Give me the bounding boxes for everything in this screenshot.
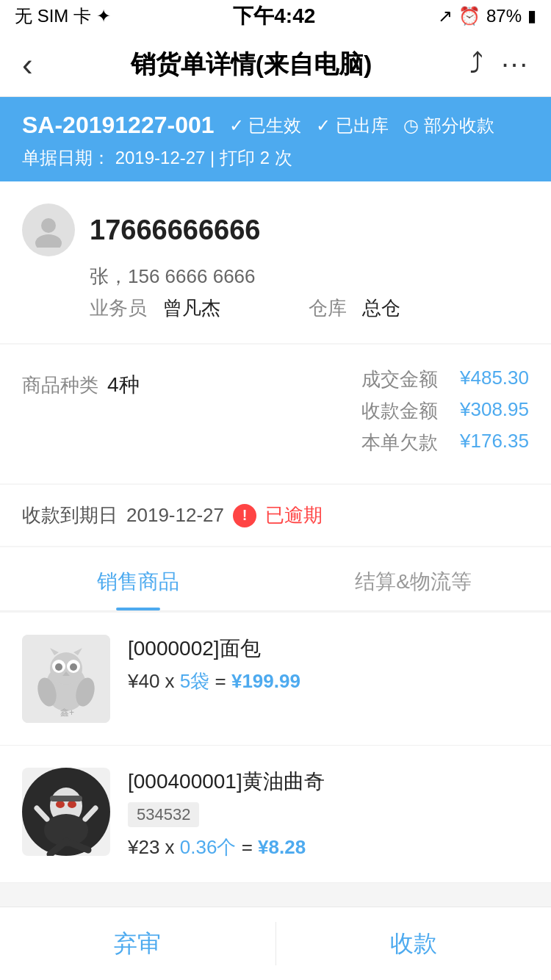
summary-left: 商品种类 4种 — [22, 367, 140, 399]
owed-label: 本单欠款 — [361, 430, 438, 455]
customer-name: 张，156 6666 6666 — [90, 264, 529, 289]
battery-label: 87% — [486, 6, 522, 26]
svg-text:鑫+: 鑫+ — [60, 707, 74, 718]
amount-value: ¥485.30 — [460, 367, 529, 392]
badge-shipped: ✓ 已出库 — [316, 114, 389, 137]
order-date: 2019-12-27 — [115, 148, 206, 167]
overdue-status: 已逾期 — [265, 502, 323, 528]
overdue-section: 收款到期日 2019-12-27 ! 已逾期 — [0, 485, 551, 546]
svg-point-8 — [70, 663, 77, 671]
received-value: ¥308.95 — [460, 398, 529, 424]
received-label: 收款金额 — [361, 398, 438, 424]
overdue-icon: ! — [233, 504, 256, 527]
owed-row: 本单欠款 ¥176.35 — [361, 430, 529, 455]
product-tag-2: 534532 — [128, 802, 199, 827]
product-list: 鑫+ [0000002]面包 ¥40 x 5袋 = ¥199.99 — [0, 613, 551, 883]
overdue-label: 收款到期日 — [22, 502, 118, 528]
svg-point-7 — [55, 663, 62, 671]
more-icon[interactable]: ··· — [501, 48, 529, 80]
product-thumbnail-1: 鑫+ — [22, 635, 110, 723]
received-row: 收款金额 ¥308.95 — [361, 398, 529, 424]
back-button[interactable]: ‹ — [22, 46, 33, 83]
summary-section: 商品种类 4种 成交金额 ¥485.30 收款金额 ¥308.95 本单欠款 ¥… — [0, 345, 551, 483]
bottom-bar: 弃审 收款 — [0, 907, 551, 980]
customer-phone: 17666666666 — [90, 215, 260, 246]
summary-right: 成交金额 ¥485.30 收款金额 ¥308.95 本单欠款 ¥176.35 — [361, 367, 529, 461]
total-2: ¥8.28 — [258, 836, 306, 858]
share-icon[interactable]: ⤴ — [469, 48, 483, 80]
total-1: ¥199.99 — [231, 670, 300, 692]
price-base-2: ¥23 x — [128, 836, 180, 858]
product-price-1: ¥40 x 5袋 = ¥199.99 — [128, 669, 529, 694]
svg-rect-19 — [50, 796, 82, 801]
status-left: 无 SIM 卡 ✦ — [15, 4, 111, 28]
owed-value: ¥176.35 — [460, 430, 529, 455]
kind-value: 4种 — [107, 371, 140, 399]
qty-2: 0.36个 — [180, 836, 237, 858]
badge-partial-payment: ◷ 部分收款 — [403, 114, 494, 137]
order-id: SA-20191227-001 — [22, 112, 215, 139]
amount-label: 成交金额 — [361, 367, 438, 392]
nav-icons: ⤴ ··· — [469, 48, 529, 80]
equals-2: = — [242, 836, 258, 858]
status-bar: 无 SIM 卡 ✦ 下午4:42 ↗ ⏰ 87% ▮ — [0, 0, 551, 32]
status-time: 下午4:42 — [233, 2, 315, 30]
kind-label: 商品种类 — [22, 372, 98, 398]
svg-point-1 — [35, 234, 62, 248]
tabs-section: 销售商品 结算&物流等 — [0, 547, 551, 611]
header-banner: SA-20191227-001 ✓ 已生效 ✓ 已出库 ◷ 部分收款 单据日期：… — [0, 97, 551, 181]
tab-sales-products[interactable]: 销售商品 — [0, 547, 276, 610]
collect-button[interactable]: 收款 — [276, 907, 552, 980]
banner-bottom: 单据日期： 2019-12-27 | 打印 2 次 — [22, 146, 529, 170]
product-name-1: [0000002]面包 — [128, 635, 529, 663]
product-info-2: [000400001]黄油曲奇 534532 ¥23 x 0.36个 = ¥8.… — [128, 768, 529, 860]
price-base-1: ¥40 x — [128, 670, 180, 692]
product-kind: 商品种类 4种 — [22, 371, 140, 399]
banner-top: SA-20191227-001 ✓ 已生效 ✓ 已出库 ◷ 部分收款 — [22, 112, 529, 139]
date-label: 单据日期： — [22, 148, 110, 167]
location-icon: ↗ — [438, 6, 453, 26]
product-price-2: ¥23 x 0.36个 = ¥8.28 — [128, 835, 529, 860]
customer-row: 17666666666 — [22, 203, 529, 256]
qty-1: 5袋 — [180, 670, 209, 692]
alarm-icon: ⏰ — [458, 6, 480, 26]
amount-row: 成交金额 ¥485.30 — [361, 367, 529, 392]
status-right: ↗ ⏰ 87% ▮ — [438, 6, 536, 26]
badge-effective: ✓ 已生效 — [229, 114, 302, 137]
print-info: | 打印 2 次 — [210, 148, 292, 167]
customer-meta: 业务员 曾凡杰 仓库 总仓 — [90, 295, 529, 321]
product-name-2: [000400001]黄油曲奇 — [128, 768, 529, 796]
sim-label: 无 SIM 卡 ✦ — [15, 4, 111, 28]
battery-icon: ▮ — [527, 7, 536, 26]
overdue-date: 2019-12-27 — [126, 504, 224, 527]
avatar — [22, 203, 75, 256]
product-info-1: [0000002]面包 ¥40 x 5袋 = ¥199.99 — [128, 635, 529, 694]
svg-point-18 — [68, 801, 76, 808]
list-item: [000400001]黄油曲奇 534532 ¥23 x 0.36个 = ¥8.… — [0, 746, 551, 883]
warehouse-label: 仓库 总仓 — [309, 295, 401, 321]
abandon-button[interactable]: 弃审 — [0, 907, 276, 980]
list-item: 鑫+ [0000002]面包 ¥40 x 5袋 = ¥199.99 — [0, 613, 551, 746]
svg-point-17 — [56, 801, 65, 808]
tabs-row: 销售商品 结算&物流等 — [0, 547, 551, 611]
equals-1: = — [215, 670, 231, 692]
tab-settlement[interactable]: 结算&物流等 — [276, 547, 551, 610]
product-thumbnail-2 — [22, 768, 110, 856]
svg-point-0 — [41, 218, 56, 233]
warehouse-value: 总仓 — [362, 297, 400, 319]
page-title: 销货单详情(来自电脑) — [131, 48, 372, 82]
agent-label: 业务员 曾凡杰 — [90, 295, 220, 321]
customer-section: 17666666666 张，156 6666 6666 业务员 曾凡杰 仓库 总… — [0, 181, 551, 343]
nav-bar: ‹ 销货单详情(来自电脑) ⤴ ··· — [0, 32, 551, 97]
agent-value: 曾凡杰 — [163, 297, 220, 319]
